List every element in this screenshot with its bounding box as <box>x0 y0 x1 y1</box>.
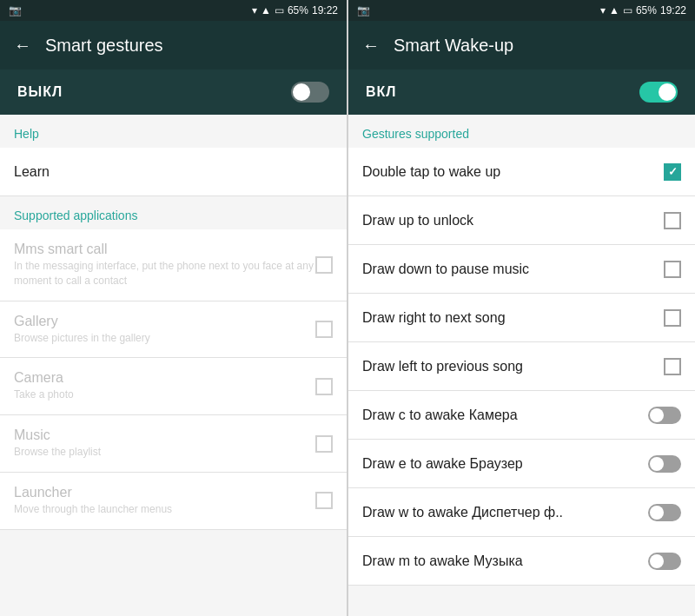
left-help-section-header: Help <box>0 115 347 148</box>
battery-text: 65% <box>288 4 308 17</box>
right-gesture-double-tap[interactable]: Double tap to wake up <box>348 148 695 196</box>
right-gesture-draw-down[interactable]: Draw down to pause music <box>348 245 695 294</box>
left-gallery-item[interactable]: Gallery Browse pictures in the gallery <box>0 301 347 359</box>
right-draw-m-title: Draw m to awake Музыка <box>362 553 648 569</box>
right-status-bar: 📷 ▾ ▲ ▭ 65% 19:22 <box>348 0 695 21</box>
right-draw-w-toggle-knob <box>650 506 664 520</box>
right-battery-icon: ▭ <box>623 4 632 17</box>
left-launcher-subtitle: Move through the launcher menus <box>14 502 315 517</box>
signal-icon: ▲ <box>261 4 271 17</box>
right-gesture-draw-e[interactable]: Draw e to awake Браузер <box>348 440 695 488</box>
left-toggle-knob <box>293 83 310 101</box>
right-double-tap-checkbox[interactable] <box>664 163 681 181</box>
battery-icon: ▭ <box>275 4 284 17</box>
left-gallery-subtitle: Browse pictures in the gallery <box>14 331 315 346</box>
right-battery-text: 65% <box>636 4 657 17</box>
left-camera-checkbox[interactable] <box>315 378 333 395</box>
left-music-checkbox[interactable] <box>315 435 333 453</box>
right-draw-m-toggle-knob <box>650 554 664 568</box>
right-draw-right-title: Draw right to next song <box>362 310 664 326</box>
right-draw-m-toggle[interactable] <box>648 553 681 570</box>
right-gesture-draw-w[interactable]: Draw w to awake Диспетчер ф.. <box>348 488 695 537</box>
left-launcher-title: Launcher <box>14 485 315 500</box>
right-signal-icon: ▲ <box>609 4 619 17</box>
right-gesture-draw-c[interactable]: Draw c to awake Камера <box>348 391 695 440</box>
right-camera-icon: 📷 <box>357 4 370 17</box>
left-music-item[interactable]: Music Browse the playlist <box>0 415 347 473</box>
status-right-info: ▾ ▲ ▭ 65% 19:22 <box>252 4 338 17</box>
time-text: 19:22 <box>312 4 338 17</box>
right-draw-left-checkbox[interactable] <box>664 358 681 375</box>
left-camera-subtitle: Take a photo <box>14 387 315 402</box>
left-toggle-label: ВЫКЛ <box>17 84 63 100</box>
right-gesture-draw-up[interactable]: Draw up to unlock <box>348 196 695 245</box>
right-draw-left-title: Draw left to previous song <box>362 359 664 374</box>
right-toggle-switch[interactable] <box>639 82 678 103</box>
right-draw-up-title: Draw up to unlock <box>362 213 664 229</box>
left-music-title: Music <box>14 427 315 443</box>
right-double-tap-title: Double tap to wake up <box>362 164 664 180</box>
right-toggle-label: ВКЛ <box>366 84 397 100</box>
right-draw-e-toggle-knob <box>650 457 664 471</box>
left-launcher-item[interactable]: Launcher Move through the launcher menus <box>0 473 347 530</box>
right-wifi-icon: ▾ <box>600 4 606 17</box>
right-status-left: 📷 <box>357 4 370 17</box>
left-back-button[interactable]: ← <box>14 36 31 56</box>
left-gallery-title: Gallery <box>14 314 315 329</box>
right-draw-down-checkbox[interactable] <box>664 261 681 278</box>
right-draw-w-title: Draw w to awake Диспетчер ф.. <box>362 505 648 520</box>
left-status-bar: 📷 ▾ ▲ ▭ 65% 19:22 <box>0 0 347 21</box>
right-draw-up-checkbox[interactable] <box>664 212 681 229</box>
left-learn-title: Learn <box>14 164 333 180</box>
right-panel: 📷 ▾ ▲ ▭ 65% 19:22 ← Smart Wake-up ВКЛ Ge… <box>348 0 695 616</box>
right-draw-c-toggle[interactable] <box>648 407 681 424</box>
right-toggle-knob <box>659 83 676 101</box>
right-draw-e-toggle[interactable] <box>648 455 681 473</box>
right-time-text: 19:22 <box>660 4 686 17</box>
right-toggle-row: ВКЛ <box>348 70 695 115</box>
left-launcher-checkbox[interactable] <box>315 492 333 509</box>
right-draw-c-toggle-knob <box>650 408 664 422</box>
right-status-right: ▾ ▲ ▭ 65% 19:22 <box>600 4 686 17</box>
left-gallery-checkbox[interactable] <box>315 321 333 338</box>
right-draw-right-checkbox[interactable] <box>664 309 681 327</box>
left-mms-title: Mms smart call <box>14 242 315 257</box>
left-apps-section-header: Supported applications <box>0 196 347 229</box>
left-learn-item[interactable]: Learn <box>0 148 347 196</box>
right-back-button[interactable]: ← <box>362 36 380 56</box>
left-camera-item[interactable]: Camera Take a photo <box>0 358 347 415</box>
left-music-subtitle: Browse the playlist <box>14 445 315 460</box>
left-mms-subtitle: In the messaging interface, put the phon… <box>14 259 315 288</box>
right-draw-down-title: Draw down to pause music <box>362 262 664 277</box>
right-draw-c-title: Draw c to awake Камера <box>362 407 648 423</box>
right-content: Gestures supported Double tap to wake up… <box>348 115 695 616</box>
status-left-icons: 📷 <box>9 4 22 17</box>
left-header: ← Smart gestures <box>0 21 347 70</box>
wifi-icon: ▾ <box>252 4 257 17</box>
right-gesture-draw-left[interactable]: Draw left to previous song <box>348 342 695 391</box>
right-gesture-draw-right[interactable]: Draw right to next song <box>348 294 695 342</box>
left-mms-checkbox[interactable] <box>315 256 333 274</box>
left-toggle-row: ВЫКЛ <box>0 70 347 115</box>
left-camera-title: Camera <box>14 370 315 386</box>
right-page-title: Smart Wake-up <box>394 36 681 56</box>
left-mms-item[interactable]: Mms smart call In the messaging interfac… <box>0 229 347 301</box>
right-draw-e-title: Draw e to awake Браузер <box>362 456 648 472</box>
left-page-title: Smart gestures <box>45 36 333 56</box>
right-gestures-section-header: Gestures supported <box>348 115 695 148</box>
right-header: ← Smart Wake-up <box>348 21 695 70</box>
right-gesture-draw-m[interactable]: Draw m to awake Музыка <box>348 537 695 586</box>
left-toggle-switch[interactable] <box>291 82 329 103</box>
camera-icon: 📷 <box>9 4 22 17</box>
left-content: Help Learn Supported applications Mms sm… <box>0 115 347 616</box>
right-draw-w-toggle[interactable] <box>648 504 681 521</box>
left-panel: 📷 ▾ ▲ ▭ 65% 19:22 ← Smart gestures ВЫКЛ … <box>0 0 347 616</box>
